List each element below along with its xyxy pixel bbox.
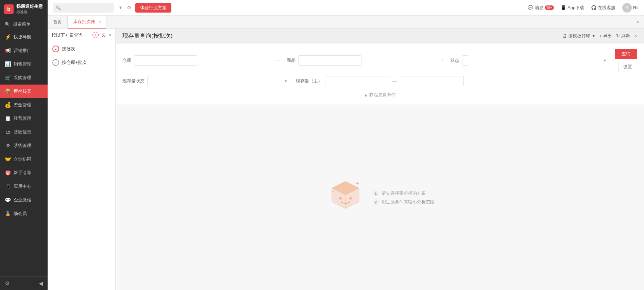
status-label: 状态 <box>451 57 459 64</box>
top-bar-left: 🔍 ▼ ⚙ 体验行业方案 <box>53 3 171 13</box>
app-download-button[interactable]: 📱 App下载 <box>561 5 584 11</box>
sidebar-item-finance[interactable]: 💰 资金管理 <box>0 98 48 112</box>
member-icon: 🏅 <box>5 211 11 217</box>
scheme-item-by-batch[interactable]: ● 按批次 <box>48 42 115 56</box>
product-input[interactable] <box>298 55 361 66</box>
finance-icon: 💰 <box>5 102 11 108</box>
hint-item-1: 1 请先选择要分析的方案 <box>373 190 435 196</box>
tab-batch-account-label: 库存批次账 <box>73 19 95 25</box>
top-bar: 🔍 ▼ ⚙ 体验行业方案 💬 消息 99+ 📱 App下载 🎧 <box>48 0 644 16</box>
sidebar-footer: ⚙ ◀ <box>0 276 48 290</box>
scheme-by-warehouse-batch-label: 按仓库+批次 <box>62 59 87 66</box>
sidebar-item-label: 基础信息 <box>14 129 31 135</box>
messages-button[interactable]: 💬 消息 99+ <box>528 5 554 11</box>
warehouse-input[interactable] <box>134 55 197 66</box>
hint-num-2: 2 <box>373 199 379 205</box>
print-dropdown-icon[interactable]: ▼ <box>592 34 595 38</box>
hint-text-2: 用过滤条件来缩小分析范围 <box>382 199 435 205</box>
sidebar-item-enterprise-wechat[interactable]: 💬 企业微信 <box>0 193 48 207</box>
export-button[interactable]: ↑ 导出 <box>599 33 612 39</box>
search-icon: 🔍 <box>5 22 10 27</box>
product-input-wrap: ··· <box>298 55 445 66</box>
sidebar-item-operations[interactable]: 📋 经营管理 <box>0 112 48 125</box>
sidebar-item-label: 资金管理 <box>14 102 31 108</box>
status-select-wrap: ▼ <box>462 55 609 66</box>
tab-batch-account[interactable]: 库存批次账 × <box>68 16 106 29</box>
refresh-button[interactable]: ↻ 刷新 <box>616 33 630 39</box>
sidebar-item-marketing[interactable]: 📢 营销推广 <box>0 44 48 57</box>
sidebar-item-member[interactable]: 🏅 畅会员 <box>0 207 48 220</box>
sidebar-item-app-center[interactable]: 📱 应用中心 <box>0 180 48 193</box>
sidebar-item-label: 营销推广 <box>14 48 31 54</box>
settings-scheme-icon[interactable]: ⊙ <box>101 32 106 38</box>
collapse-left-panel-icon[interactable]: « <box>108 32 111 38</box>
print-template-button[interactable]: 🖨 按模板打印 ▼ <box>562 33 595 39</box>
left-panel-title: 按以下方案查询 <box>52 32 83 38</box>
online-service-button[interactable]: 🎧 在线客服 <box>591 5 615 11</box>
print-template-label: 按模板打印 <box>568 33 590 39</box>
add-scheme-icon[interactable]: + <box>92 32 99 38</box>
status-filter-field: 状态 ▼ <box>451 55 609 66</box>
quick-nav-icon: ⚡ <box>5 34 11 40</box>
settings-gear-icon[interactable]: ⚙ <box>127 5 131 11</box>
sidebar-item-label: 系统管理 <box>14 143 31 149</box>
sidebar-item-enterprise[interactable]: 🤝 企业协同 <box>0 152 48 166</box>
sidebar-nav: ⚡ 快捷导航 📢 营销推广 📊 销售管理 🛒 采购管理 📦 库存核算 💰 <box>0 30 48 276</box>
inventory-qty-max-input[interactable] <box>399 76 464 86</box>
dropdown-arrow-icon[interactable]: ▼ <box>118 5 123 10</box>
sidebar-item-inventory[interactable]: 📦 库存核算 <box>0 85 48 98</box>
svg-point-4 <box>349 197 352 200</box>
close-tab-button[interactable]: × <box>631 19 644 25</box>
product-more-icon[interactable]: ··· <box>439 58 443 63</box>
status-select[interactable] <box>462 55 468 66</box>
settings-icon[interactable]: ⚙ <box>5 280 10 287</box>
warehouse-more-icon[interactable]: ··· <box>275 58 279 63</box>
sidebar-item-quick-nav[interactable]: ⚡ 快捷导航 <box>0 30 48 44</box>
online-service-label: 在线客服 <box>598 5 615 11</box>
main-data-area: ✦ ✦ 1 请先选择要分析的方案 2 用过 <box>116 105 644 290</box>
collapse-sidebar-icon[interactable]: ◀ <box>39 280 43 287</box>
inventory-qty-min-input[interactable] <box>325 76 390 86</box>
phone-icon: 📱 <box>561 5 566 10</box>
close-page-button[interactable]: × <box>634 33 637 39</box>
sidebar-item-newbie[interactable]: 🎯 新手引导 <box>0 166 48 180</box>
message-icon: 💬 <box>528 5 533 10</box>
filter-row-2: 现存量状态 ▼ 现存量（主） <box>122 76 637 86</box>
search-icon: 🔍 <box>56 5 61 10</box>
sidebar-item-label: 应用中心 <box>14 183 31 189</box>
try-industry-button[interactable]: 体验行业方案 <box>135 3 171 13</box>
sidebar-item-label: 新手引导 <box>14 170 31 176</box>
user-profile-button[interactable]: R Rit <box>622 3 639 13</box>
sidebar-item-label: 采购管理 <box>14 75 31 81</box>
tab-home[interactable]: 首页 <box>48 16 68 29</box>
refresh-icon: ↻ <box>616 33 620 38</box>
filter-area: 仓库 ··· 商品 ··· <box>116 43 644 105</box>
sidebar-item-basic-info[interactable]: 🗂 基础信息 <box>0 125 48 139</box>
collapse-more-conditions-button[interactable]: ▲ 收起更多条件 <box>361 90 399 99</box>
sidebar-item-sales[interactable]: 📊 销售管理 <box>0 57 48 71</box>
sidebar-item-label: 销售管理 <box>14 61 31 67</box>
tab-close-icon[interactable]: × <box>99 20 101 24</box>
collapse-up-icon: ▲ <box>364 92 368 97</box>
brand-name: 畅康通好生意 <box>16 3 43 10</box>
product-label: 商品 <box>287 57 295 64</box>
sidebar-item-label: 畅会员 <box>14 211 27 217</box>
inventory-status-select[interactable] <box>147 76 153 86</box>
marketing-icon: 📢 <box>5 48 11 54</box>
username-label: Rit <box>633 5 639 10</box>
top-bar-right: 💬 消息 99+ 📱 App下载 🎧 在线客服 R Rit <box>528 3 639 13</box>
sidebar-item-system[interactable]: ⚙ 系统管理 <box>0 139 48 152</box>
inventory-icon: 📦 <box>5 88 11 94</box>
tab-home-label: 首页 <box>53 19 62 25</box>
app-logo: b <box>4 4 14 14</box>
sidebar-search[interactable]: 🔍 搜索菜单 <box>0 18 48 30</box>
app-center-icon: 📱 <box>5 183 11 189</box>
query-button[interactable]: 查询 <box>615 49 637 59</box>
global-search[interactable]: 🔍 <box>53 3 114 13</box>
warehouse-filter-field: 仓库 ··· <box>122 55 281 66</box>
sidebar-item-purchase[interactable]: 🛒 采购管理 <box>0 71 48 85</box>
collapse-more-label: 收起更多条件 <box>369 92 396 98</box>
sidebar-header: b 畅康通好生意 标准版 <box>0 0 48 18</box>
scheme-item-by-warehouse-batch[interactable]: ○ 按仓库+批次 <box>48 56 115 69</box>
settings-button[interactable]: 设置 <box>618 62 637 72</box>
